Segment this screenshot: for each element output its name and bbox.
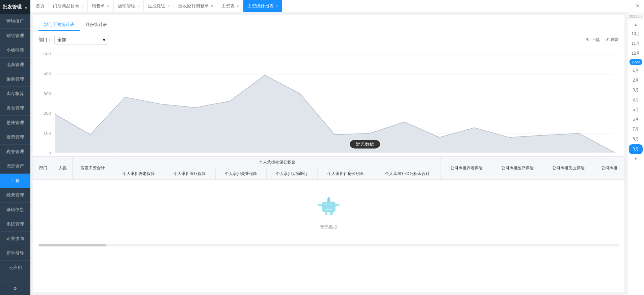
tab-bar: 首页门店商品目录×销售单×店铺管理×生成凭证×应收应付调整单×工资表×工资统计报… <box>30 0 644 12</box>
tab-label-6: 工资表 <box>221 3 235 9</box>
toolbar: 部门： 全部 ▾ ↻ 下载 ↺ 刷新 <box>33 31 624 48</box>
tab-label-7: 工资统计报表 <box>247 3 274 9</box>
sidebar-footer-settings[interactable]: ⚙ <box>0 282 30 295</box>
svg-text:500: 500 <box>44 52 51 56</box>
sidebar-item-0[interactable]: 营销推广 <box>0 14 30 29</box>
page-area: 部门工资统计表 月份统计表 部门： 全部 ▾ ↻ 下载 <box>30 12 644 295</box>
subtab-dept[interactable]: 部门工资统计表 <box>38 19 80 31</box>
dept-select[interactable]: 全部 ▾ <box>54 35 108 45</box>
date-month-6[interactable]: 7月 <box>627 124 644 134</box>
date-month-2[interactable]: 3月 <box>627 85 644 95</box>
empty-text: 暂无数据 <box>320 224 338 230</box>
date-prev-month-1[interactable]: 11月 <box>627 39 644 49</box>
sidebar-item-13[interactable]: 基础信息 <box>0 203 30 217</box>
tab-item-6[interactable]: 工资表× <box>217 0 243 12</box>
sidebar-item-8[interactable]: 发票管理 <box>0 130 30 145</box>
date-month-active[interactable]: 9月 <box>629 144 643 154</box>
th-dept: 部门 <box>33 157 53 180</box>
sidebar-item-3[interactable]: 电商管理 <box>0 58 30 72</box>
sidebar-item-6[interactable]: 资金管理 <box>0 101 30 116</box>
tab-label-0: 首页 <box>36 3 45 9</box>
date-month-3[interactable]: 4月 <box>627 95 644 105</box>
date-prev-month-0[interactable]: 10月 <box>627 29 644 39</box>
sidebar-item-1[interactable]: 销售管理 <box>0 29 30 43</box>
svg-rect-22 <box>328 197 329 199</box>
tab-close-7[interactable]: × <box>276 4 278 8</box>
sidebar-item-17[interactable]: 云应用 <box>0 261 30 275</box>
sidebar-item-16[interactable]: 新手引导 <box>0 246 30 261</box>
tab-close-6[interactable]: × <box>237 4 239 8</box>
tab-label-3: 店铺管理 <box>118 3 135 9</box>
tab-close-1[interactable]: × <box>81 4 83 8</box>
chevron-down-icon: ▾ <box>103 37 105 42</box>
tab-item-5[interactable]: 应收应付调整单× <box>174 0 217 12</box>
refresh-button[interactable]: ↺ 刷新 <box>605 37 619 43</box>
sidebar-item-15[interactable]: 企业协同 <box>0 232 30 246</box>
close-all-button[interactable]: ✕ <box>636 3 640 9</box>
tab-close-4[interactable]: × <box>167 4 169 8</box>
svg-text:300: 300 <box>44 91 51 96</box>
sidebar-item-2[interactable]: 小畅电商 <box>0 43 30 58</box>
svg-marker-12 <box>55 75 615 152</box>
date-prev-month-2[interactable]: 12月 <box>627 49 644 58</box>
sidebar-item-5[interactable]: 库存核算 <box>0 87 30 101</box>
tab-item-2[interactable]: 销售单× <box>88 0 113 12</box>
sidebar-item-12[interactable]: 经营管理 <box>0 188 30 203</box>
gear-icon: ⚙ <box>13 286 17 291</box>
svg-rect-20 <box>325 209 332 210</box>
sidebar-item-9[interactable]: 税务管理 <box>0 145 30 159</box>
th-company-unemp: 公司承担失业保险 <box>543 157 594 180</box>
main-content: 首页门店商品目录×销售单×店铺管理×生成凭证×应收应付调整单×工资表×工资统计报… <box>30 0 644 295</box>
svg-rect-24 <box>336 204 340 206</box>
sidebar-item-4[interactable]: 采购管理 <box>0 72 30 87</box>
sidebar-title: 批发管理 <box>3 4 22 10</box>
horizontal-scrollbar[interactable] <box>38 244 619 246</box>
tab-label-2: 销售单 <box>92 3 105 9</box>
date-month-4[interactable]: 5月 <box>627 105 644 115</box>
tab-item-0[interactable]: 首页 <box>32 0 49 12</box>
sidebar-item-11[interactable]: 工资 <box>0 174 30 188</box>
th-company-medical: 公司承担医疗保险 <box>492 157 543 180</box>
date-month-1[interactable]: 2月 <box>627 76 644 85</box>
empty-state: 暂无数据 <box>33 180 624 244</box>
empty-robot-icon <box>315 193 342 220</box>
svg-rect-26 <box>330 212 333 215</box>
tab-bar-end: ✕ <box>633 3 643 9</box>
tab-label-4: 生成凭证 <box>148 3 165 9</box>
tab-item-4[interactable]: 生成凭证× <box>144 0 174 12</box>
download-icon: ↻ <box>586 37 590 42</box>
date-month-5[interactable]: 6月 <box>627 115 644 124</box>
th-salary: 应发工资合计 <box>73 157 113 180</box>
tab-item-3[interactable]: 店铺管理× <box>114 0 144 12</box>
date-nav-down[interactable]: ▼ <box>627 154 644 163</box>
data-table: 部门 人数 应发工资合计 个人承担社保公积金 公司承担养老保险 公司承担医疗保险… <box>33 156 624 244</box>
svg-rect-15 <box>322 202 336 212</box>
th-company-pension: 公司承担养老保险 <box>441 157 492 180</box>
download-button[interactable]: ↻ 下载 <box>586 37 600 43</box>
date-month-0[interactable]: 1月 <box>627 66 644 76</box>
tab-item-7[interactable]: 工资统计报表× <box>243 0 282 12</box>
th-personal-major-medical: 个人承担大额医疗 <box>267 168 318 180</box>
svg-text:400: 400 <box>44 71 51 76</box>
svg-text:暂无数据: 暂无数据 <box>355 142 374 147</box>
date-year-badge[interactable]: 2022 <box>629 59 642 65</box>
subtab-month[interactable]: 月份统计表 <box>80 19 113 31</box>
sidebar-item-10[interactable]: 固定资产 <box>0 159 30 174</box>
scrollbar-thumb[interactable] <box>38 244 106 246</box>
chart-svg: 0 100 200 300 400 500 <box>38 48 619 156</box>
dept-select-value: 全部 <box>57 37 66 43</box>
tab-close-3[interactable]: × <box>137 4 139 8</box>
date-month-7[interactable]: 8月 <box>627 134 644 144</box>
svg-rect-19 <box>329 204 333 207</box>
date-nav-up[interactable]: ▲ <box>627 20 644 29</box>
sidebar-item-14[interactable]: 系统管理 <box>0 217 30 232</box>
svg-rect-18 <box>325 204 328 207</box>
tab-item-1[interactable]: 门店商品目录× <box>49 0 88 12</box>
sidebar-item-7[interactable]: 总账管理 <box>0 116 30 130</box>
tab-close-2[interactable]: × <box>107 4 109 8</box>
tab-close-5[interactable]: × <box>211 4 213 8</box>
sidebar-header[interactable]: 批发管理 ▲ <box>0 0 30 14</box>
sub-tabs: 部门工资统计表 月份统计表 <box>33 15 624 31</box>
content-panel: 部门工资统计表 月份统计表 部门： 全部 ▾ ↻ 下载 <box>33 15 624 292</box>
svg-point-27 <box>325 203 327 204</box>
